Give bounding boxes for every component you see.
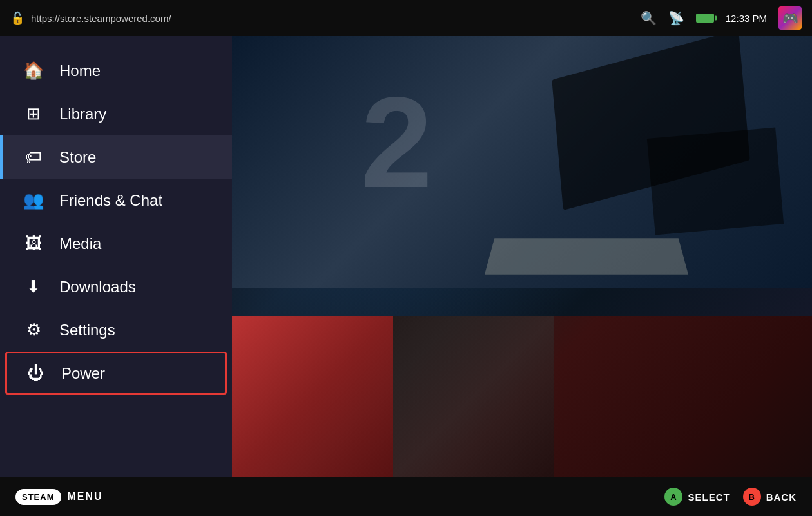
- url-display: https://store.steampowered.com/: [31, 13, 171, 24]
- search-icon[interactable]: 🔍: [641, 10, 657, 26]
- sidebar-item-settings[interactable]: ⚙ Settings: [0, 308, 232, 352]
- sidebar-item-media[interactable]: 🖼 Media: [0, 222, 232, 265]
- b-button-icon: B: [743, 488, 761, 506]
- sidebar: 🏠 Home ⊞ Library 🏷 Store 👥 Friends & Cha…: [0, 36, 232, 477]
- steam-badge: STEAM: [15, 489, 61, 505]
- sidebar-label-store: Store: [59, 148, 96, 166]
- light-surface: [485, 238, 688, 275]
- sidebar-item-power[interactable]: ⏻ Power: [5, 352, 227, 395]
- store-icon: 🏷: [23, 147, 44, 167]
- select-label: SELECT: [688, 491, 730, 502]
- steam-menu-button[interactable]: STEAM MENU: [15, 489, 103, 505]
- sidebar-item-downloads[interactable]: ⬇ Downloads: [0, 265, 232, 308]
- library-icon: ⊞: [23, 104, 44, 124]
- cast-icon[interactable]: 📡: [668, 10, 684, 26]
- sidebar-label-friends: Friends & Chat: [59, 192, 162, 210]
- game-art-bottom: [232, 316, 812, 477]
- top-bar: 🔓 https://store.steampowered.com/ 🔍 📡 12…: [0, 0, 812, 36]
- sidebar-label-downloads: Downloads: [59, 278, 136, 296]
- sidebar-label-power: Power: [61, 364, 105, 382]
- bottom-bar: STEAM MENU A SELECT B BACK: [0, 477, 812, 516]
- back-button[interactable]: B BACK: [743, 488, 797, 506]
- a-button-icon: A: [664, 488, 682, 506]
- clock-display: 12:33 PM: [726, 13, 767, 24]
- friends-icon: 👥: [23, 190, 44, 210]
- home-icon: 🏠: [23, 61, 44, 81]
- main-layout: 🏠 Home ⊞ Library 🏷 Store 👥 Friends & Cha…: [0, 36, 812, 477]
- bottom-right-controls: A SELECT B BACK: [664, 488, 797, 506]
- top-bar-left: 🔓 https://store.steampowered.com/: [10, 11, 619, 25]
- media-icon: 🖼: [23, 233, 44, 253]
- battery-icon: [696, 14, 714, 23]
- game-art-top: [232, 36, 812, 288]
- sidebar-label-settings: Settings: [59, 321, 115, 339]
- sidebar-label-media: Media: [59, 235, 101, 253]
- back-label: BACK: [766, 491, 797, 502]
- sidebar-label-home: Home: [59, 62, 101, 80]
- content-overlay: FEATURED CATEGORIES POINTS NEWS: [232, 36, 812, 477]
- sidebar-label-library: Library: [59, 105, 106, 123]
- menu-label: MENU: [68, 491, 103, 502]
- game-thumbnail-1[interactable]: [232, 316, 393, 477]
- settings-icon: ⚙: [23, 320, 44, 340]
- top-bar-divider: [630, 6, 630, 30]
- downloads-icon: ⬇: [23, 277, 44, 297]
- avatar[interactable]: 🎮: [778, 6, 802, 30]
- sidebar-item-store[interactable]: 🏷 Store: [0, 135, 232, 179]
- content-area: FEATURED CATEGORIES POINTS NEWS: [232, 36, 812, 477]
- power-icon: ⏻: [25, 363, 46, 383]
- top-bar-right: 🔍 📡 12:33 PM 🎮: [641, 6, 802, 30]
- sidebar-item-library[interactable]: ⊞ Library: [0, 92, 232, 135]
- lock-icon: 🔓: [10, 11, 24, 25]
- dark-shape-2: [647, 128, 784, 235]
- sidebar-item-home[interactable]: 🏠 Home: [0, 49, 232, 92]
- game-thumbnail-2[interactable]: [393, 316, 554, 477]
- select-button[interactable]: A SELECT: [664, 488, 730, 506]
- sidebar-item-friends[interactable]: 👥 Friends & Chat: [0, 179, 232, 222]
